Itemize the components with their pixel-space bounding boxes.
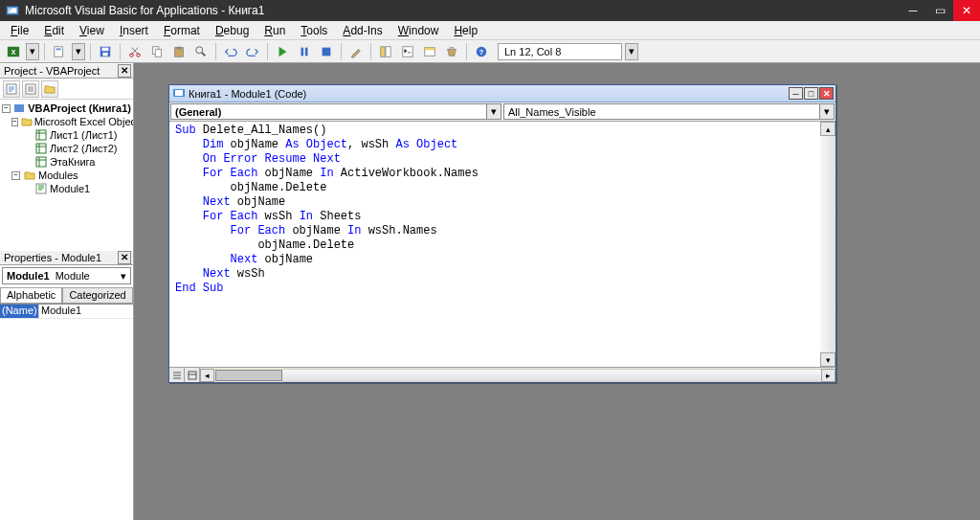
project-panel-title: Project - VBAProject [4,65,100,77]
prop-key-name[interactable]: (Name) [0,305,38,318]
svg-rect-19 [381,46,385,57]
break-button[interactable] [295,42,314,61]
code-close-button[interactable]: ✕ [819,87,834,100]
scroll-right-icon[interactable]: ▸ [821,369,835,382]
copy-button[interactable] [147,42,167,61]
procedure-view-button[interactable] [169,368,185,382]
svg-rect-14 [176,46,181,49]
excel-view-button[interactable]: X [4,42,23,61]
menu-file[interactable]: File [4,23,35,38]
help-button[interactable]: ? [472,42,491,61]
project-tree[interactable]: −VBAProject (Книга1) −Microsoft Excel Ob… [0,100,133,250]
svg-text:?: ? [479,47,484,56]
sheet-item[interactable]: Лист1 (Лист1) [50,129,117,141]
toggle-folders-button[interactable] [41,80,58,98]
menu-edit[interactable]: Edit [37,23,71,38]
menu-insert[interactable]: Insert [113,23,155,38]
maximize-button[interactable]: ▭ [926,0,953,21]
tab-categorized[interactable]: Categorized [62,287,132,303]
svg-rect-36 [189,372,196,379]
sheet-item[interactable]: Лист2 (Лист2) [50,143,117,154]
menu-debug[interactable]: Debug [209,23,256,38]
project-explorer-button[interactable] [376,42,395,61]
svg-rect-5 [56,48,61,50]
svg-rect-18 [323,47,331,56]
close-button[interactable]: ✕ [953,0,980,21]
svg-rect-8 [102,52,107,56]
redo-button[interactable] [243,42,262,61]
code-minimize-button[interactable]: ─ [789,87,803,100]
folder-excel-objects[interactable]: Microsoft Excel Objects [34,116,133,127]
svg-rect-28 [28,86,33,92]
toolbox-button[interactable] [442,42,461,61]
svg-rect-20 [386,46,390,57]
paste-button[interactable] [169,42,189,61]
menu-tools[interactable]: Tools [294,23,334,38]
object-dropdown[interactable]: (General)▾ [170,103,501,120]
properties-object-selector[interactable]: Module1 Module ▾ [2,267,131,284]
insert-dropdown[interactable]: ▾ [72,43,85,60]
find-button[interactable] [191,42,211,61]
reset-button[interactable] [317,42,336,61]
vba-logo-icon [6,4,19,17]
workbook-icon [34,156,48,168]
properties-button[interactable] [398,42,417,61]
vba-logo-icon [173,87,185,101]
properties-grid[interactable]: (Name) Module1 [0,304,133,319]
properties-panel-header: Properties - Module1 ✕ [0,250,133,265]
svg-point-15 [196,46,203,53]
svg-rect-35 [175,90,183,96]
menu-format[interactable]: Format [157,23,207,38]
procedure-dropdown[interactable]: All_Names_Visible▾ [503,103,835,120]
position-dropdown[interactable]: ▾ [625,43,638,60]
design-mode-button[interactable] [346,42,366,61]
full-module-view-button[interactable] [185,368,200,382]
excel-dropdown[interactable]: ▾ [26,43,39,60]
menu-run[interactable]: Run [257,23,292,38]
svg-rect-4 [55,46,63,57]
workbook-item[interactable]: ЭтаКнига [50,156,95,168]
folder-modules[interactable]: Modules [38,170,78,181]
properties-panel-title: Properties - Module1 [4,252,101,263]
project-panel-close[interactable]: ✕ [118,64,131,78]
mdi-area: Книга1 - Module1 (Code) ─ □ ✕ (General)▾… [134,63,980,520]
code-editor[interactable]: Sub Delete_All_Names() Dim objName As Ob… [169,122,820,367]
menu-window[interactable]: Window [391,23,446,38]
prop-val-name[interactable]: Module1 [38,305,133,318]
undo-button[interactable] [221,42,240,61]
scroll-up-icon[interactable]: ▴ [820,122,835,136]
scroll-down-icon[interactable]: ▾ [820,352,835,367]
run-button[interactable] [273,42,292,61]
cut-button[interactable] [125,42,145,61]
svg-rect-30 [36,130,46,140]
sheet-icon [34,129,48,141]
object-type: Module [54,270,117,282]
code-window-title: Книга1 - Module1 (Code) [189,88,788,100]
view-object-button[interactable] [22,80,39,98]
properties-panel-close[interactable]: ✕ [118,251,131,264]
save-button[interactable] [96,42,115,61]
scroll-left-icon[interactable]: ◂ [200,369,214,382]
toolbar: X ▾ ▾ ? Ln 12, Col 8 ▾ [0,40,980,63]
minimize-button[interactable]: ─ [900,0,926,21]
horizontal-scrollbar[interactable]: ◂ ▸ [200,368,835,382]
code-window: Книга1 - Module1 (Code) ─ □ ✕ (General)▾… [168,84,836,383]
project-root[interactable]: VBAProject (Книга1) [28,102,131,114]
vertical-scrollbar[interactable]: ▴ ▾ [820,122,835,367]
svg-rect-32 [36,157,46,167]
titlebar: Microsoft Visual Basic for Applications … [0,0,980,21]
module-item[interactable]: Module1 [50,183,90,194]
menu-addins[interactable]: Add-Ins [336,23,389,38]
tab-alphabetic[interactable]: Alphabetic [0,287,62,303]
svg-rect-29 [14,104,24,112]
menu-view[interactable]: View [73,23,111,38]
object-browser-button[interactable] [420,42,439,61]
code-window-titlebar[interactable]: Книга1 - Module1 (Code) ─ □ ✕ [169,85,835,102]
project-icon [13,102,26,114]
sheet-icon [34,143,48,154]
insert-module-button[interactable] [50,42,69,61]
code-maximize-button[interactable]: □ [804,87,818,100]
menu-help[interactable]: Help [447,23,484,38]
view-code-button[interactable] [3,80,20,98]
menubar: File Edit View Insert Format Debug Run T… [0,21,980,40]
